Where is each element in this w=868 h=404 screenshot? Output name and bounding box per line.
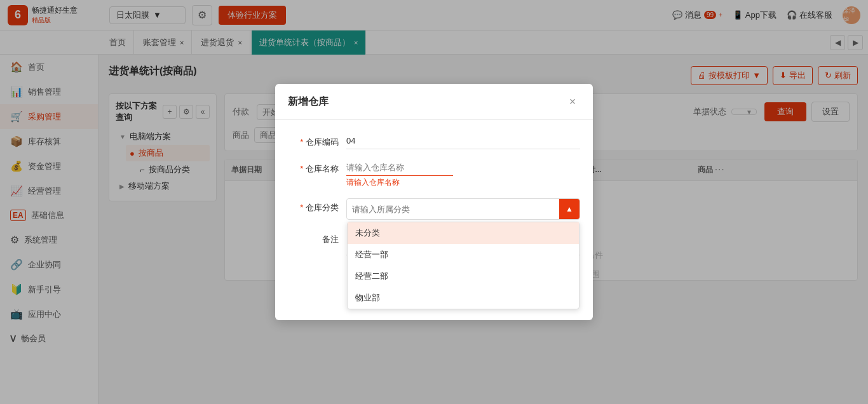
modal-overlay[interactable]: 新增仓库 × * 仓库编码 * 仓库名称 请输入仓库名称 [0,0,868,404]
form-row-name: * 仓库名称 请输入仓库名称 [288,159,580,188]
category-input[interactable] [347,201,559,218]
dropdown-item-property[interactable]: 物业部 [348,287,579,309]
form-row-code: * 仓库编码 [288,133,580,149]
modal-body: * 仓库编码 * 仓库名称 请输入仓库名称 * [275,120,593,278]
category-toggle-button[interactable]: ▲ [559,199,580,219]
category-dropdown: 未分类 经营一部 经营二部 物业部 [347,222,580,309]
dropdown-item-dept2[interactable]: 经营二部 [348,266,579,287]
new-warehouse-modal: 新增仓库 × * 仓库编码 * 仓库名称 请输入仓库名称 [275,84,593,320]
name-input[interactable] [346,159,453,176]
name-error-msg: 请输入仓库名称 [346,177,580,188]
dropdown-item-uncategorized[interactable]: 未分类 [348,222,579,244]
category-input-wrapper: ▲ 未分类 经营一部 经营二部 物业部 [346,198,580,220]
modal-title: 新增仓库 [288,95,329,109]
name-input-wrapper: 请输入仓库名称 [346,159,580,188]
note-label: 备注 [288,230,339,245]
form-row-category: * 仓库分类 ▲ 未分类 经营一部 经营二部 物业部 [288,198,580,220]
name-label: * 仓库名称 [288,159,339,175]
modal-close-button[interactable]: × [565,94,580,109]
category-label: * 仓库分类 [288,198,339,213]
code-label: * 仓库编码 [288,133,339,148]
modal-header: 新增仓库 × [275,84,593,120]
dropdown-item-dept1[interactable]: 经营一部 [348,244,579,266]
code-input[interactable] [346,133,580,149]
